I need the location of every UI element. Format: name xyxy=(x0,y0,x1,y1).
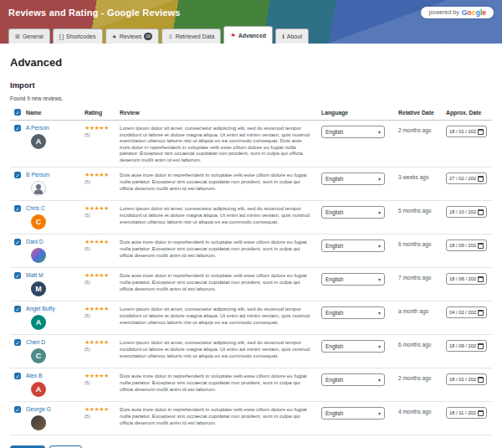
row-checkbox-cell: ✓ xyxy=(10,272,23,279)
row-checkbox-cell: ✓ xyxy=(10,172,23,178)
reviewer-name-link[interactable]: Alex B xyxy=(26,373,79,378)
approx-date-value: 04 / 02 / 202 xyxy=(449,310,476,315)
language-select-value: English xyxy=(325,243,343,249)
language-cell: English ▾ xyxy=(319,339,396,353)
column-header-relative-date: Relative Date xyxy=(396,109,443,116)
review-text: Duis aute irure dolor in reprehenderit i… xyxy=(117,406,319,425)
avatar xyxy=(31,181,46,196)
select-all-checkbox[interactable]: ✓ xyxy=(14,109,21,116)
row-checkbox[interactable]: ✓ xyxy=(14,205,21,212)
language-select-value: English xyxy=(325,310,343,316)
row-checkbox[interactable]: ✓ xyxy=(14,239,21,245)
column-header-rating: Rating xyxy=(82,109,117,116)
tab-label: About xyxy=(287,33,302,39)
reviewer-name-link[interactable]: A Person xyxy=(26,125,79,131)
row-checkbox[interactable]: ✓ xyxy=(14,339,21,346)
reviewer-name-link[interactable]: Chris C xyxy=(26,205,79,211)
calendar-icon xyxy=(478,276,484,282)
avatar: C xyxy=(31,348,46,363)
row-checkbox-cell: ✓ xyxy=(10,306,23,312)
reviewer-name-link[interactable]: George G xyxy=(26,406,79,412)
row-checkbox[interactable]: ✓ xyxy=(14,306,21,312)
rating-count: (5) xyxy=(85,213,90,218)
table-row: ✓ Matt M M ★★★★★ (5) Duis aute irure dol… xyxy=(10,268,492,301)
reviewer-name-link[interactable]: Angel Buffy xyxy=(26,306,79,312)
language-select-value: English xyxy=(325,129,343,135)
language-select[interactable]: English ▾ xyxy=(321,340,385,353)
info-icon xyxy=(282,33,284,39)
review-text: Duis aute irure dolor in reprehenderit i… xyxy=(117,272,319,291)
review-text: Duis aute irure dolor in reprehenderit i… xyxy=(117,172,319,191)
avatar: A xyxy=(31,315,46,330)
column-header-review: Review xyxy=(117,109,319,116)
rating-count: (5) xyxy=(85,313,90,318)
row-checkbox[interactable]: ✓ xyxy=(14,172,21,178)
tab-shortcodes[interactable]: Shortcodes xyxy=(53,28,103,44)
calendar-icon xyxy=(478,377,484,383)
table-row: ✓ Angel Buffy A ★★★★★ (5) Lorem ipsum do… xyxy=(10,301,492,335)
row-checkbox-cell: ✓ xyxy=(10,406,23,413)
reviewer-name-link[interactable]: Cheri D xyxy=(26,339,79,345)
tab-advanced[interactable]: Advanced xyxy=(223,26,273,44)
row-checkbox[interactable]: ✓ xyxy=(14,125,21,131)
review-text: Lorem ipsum dolor sit amet, consectetur … xyxy=(117,205,319,224)
language-select[interactable]: English ▾ xyxy=(321,239,385,252)
row-checkbox[interactable]: ✓ xyxy=(14,406,21,413)
row-checkbox[interactable]: ✓ xyxy=(14,272,21,279)
row-checkbox-cell: ✓ xyxy=(10,339,23,346)
language-select[interactable]: English ▾ xyxy=(321,126,385,138)
language-cell: English ▾ xyxy=(319,172,396,185)
approx-date-input[interactable]: 27 / 02 / 202 xyxy=(446,173,487,184)
chevron-down-icon: ▾ xyxy=(378,129,381,135)
title-row: Reviews and Rating - Google Reviews powe… xyxy=(0,0,502,24)
approx-date-input[interactable]: 18 / 11 / 202 xyxy=(446,407,487,419)
row-checkbox-cell: ✓ xyxy=(10,373,23,379)
approx-date-input[interactable]: 04 / 02 / 202 xyxy=(446,306,487,318)
language-select[interactable]: English ▾ xyxy=(321,273,385,286)
table-row: ✓ Cheri D C ★★★★★ (5) Lorem ipsum dolor … xyxy=(10,335,492,368)
review-text: Duis aute irure dolor in reprehenderit i… xyxy=(117,373,319,392)
approx-date-input[interactable]: 18 / 08 / 202 xyxy=(446,273,487,285)
tab-about[interactable]: About xyxy=(275,28,309,44)
language-cell: English ▾ xyxy=(319,373,396,386)
approx-date-value: 18 / 01 / 202 xyxy=(449,377,476,382)
review-text: Duis aute irure dolor in reprehenderit i… xyxy=(117,239,319,258)
approx-date-input[interactable]: 18 / 01 / 202 xyxy=(446,373,487,385)
reviewer-name-link[interactable]: Matt M xyxy=(26,272,79,278)
tab-general[interactable]: General xyxy=(8,28,50,44)
relative-date: 4 months ago xyxy=(396,406,443,415)
approx-date-cell: 18 / 10 / 202 xyxy=(443,205,492,218)
tab-label: General xyxy=(23,33,44,39)
reviewer-name-link[interactable]: B Person xyxy=(26,172,79,178)
calendar-icon xyxy=(478,176,484,182)
calendar-icon xyxy=(478,209,484,215)
rating-count: (5) xyxy=(85,246,90,251)
language-select-value: English xyxy=(325,276,343,282)
relative-date: 6 months ago xyxy=(396,239,443,247)
approx-date-input[interactable]: 18 / 01 / 202 xyxy=(446,126,487,137)
approx-date-input[interactable]: 18 / 09 / 202 xyxy=(446,239,487,251)
avatar: A xyxy=(31,134,46,149)
reviewer-name-link[interactable]: Dani D xyxy=(26,239,79,245)
language-select[interactable]: English ▾ xyxy=(321,373,385,386)
name-cell: Chris C C xyxy=(23,205,82,229)
tab-reviews[interactable]: Reviews 10 xyxy=(105,28,159,44)
avatar xyxy=(31,248,46,263)
language-select[interactable]: English ▾ xyxy=(321,206,385,219)
name-cell: Alex B A xyxy=(23,373,82,397)
approx-date-input[interactable]: 18 / 09 / 202 xyxy=(446,340,487,352)
rating-cell: ★★★★★ (5) xyxy=(82,272,117,285)
language-select[interactable]: English ▾ xyxy=(321,407,385,420)
table-row: ✓ Dani D ★★★★★ (5) Duis aute irure dolor… xyxy=(10,234,492,268)
review-text: Lorem ipsum dolor sit amet, consectetur … xyxy=(117,339,319,358)
row-checkbox[interactable]: ✓ xyxy=(14,373,21,379)
language-cell: English ▾ xyxy=(319,406,396,420)
name-cell: Angel Buffy A xyxy=(23,306,82,330)
grid-icon xyxy=(15,33,20,39)
google-logo: Google xyxy=(462,8,486,17)
language-select[interactable]: English ▾ xyxy=(321,306,385,319)
language-select[interactable]: English ▾ xyxy=(321,173,385,185)
chevron-down-icon: ▾ xyxy=(378,377,381,383)
tab-retrieved-data[interactable]: Retrieved Data xyxy=(161,28,222,44)
approx-date-input[interactable]: 18 / 10 / 202 xyxy=(446,206,487,218)
